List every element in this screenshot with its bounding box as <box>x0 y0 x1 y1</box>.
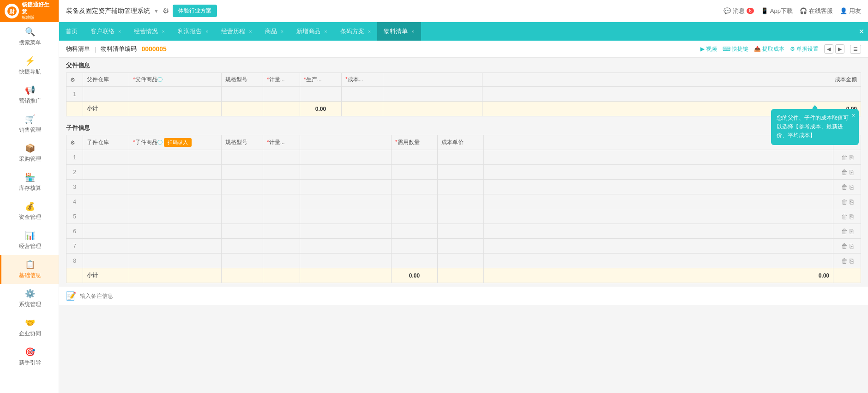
child-qty-cell-4[interactable] <box>391 194 437 209</box>
child-warehouse-cell-8[interactable] <box>83 254 129 268</box>
parent-amount-cell[interactable] <box>482 87 861 102</box>
delete-icon-1[interactable]: 🗑 <box>841 154 848 161</box>
prev-arrow[interactable]: ◀ <box>824 44 833 54</box>
copy-icon-1[interactable]: ⎘ <box>850 154 853 161</box>
child-warehouse-cell-1[interactable] <box>83 150 129 165</box>
message-item[interactable]: 💬 消息 6 <box>723 7 754 15</box>
child-spec-cell-3[interactable] <box>222 180 263 194</box>
copy-icon-2[interactable]: ⎘ <box>850 169 853 176</box>
child-spec-cell-7[interactable] <box>222 239 263 254</box>
scan-button[interactable]: 扫码录入 <box>164 138 192 147</box>
child-qty-cell-7[interactable] <box>391 239 437 254</box>
sidebar-item-finance[interactable]: 💰 资金管理 <box>0 197 59 226</box>
tab-new-products-close[interactable]: × <box>324 29 327 34</box>
child-unit-cell-1[interactable] <box>263 150 300 165</box>
child-extra-cell-5[interactable] <box>300 209 392 224</box>
tab-products[interactable]: 商品 × <box>259 22 290 41</box>
child-product-cell-5[interactable] <box>129 209 222 224</box>
parent-spec-cell[interactable] <box>222 87 263 102</box>
child-qty-cell-2[interactable] <box>391 165 437 180</box>
child-spec-cell-8[interactable] <box>222 254 263 268</box>
child-product-cell-8[interactable] <box>129 254 222 268</box>
child-extra-cell-4[interactable] <box>300 194 392 209</box>
tab-operations-history[interactable]: 经营历程 × <box>215 22 258 41</box>
tab-profit-report[interactable]: 利润报告 × <box>171 22 215 41</box>
child-warehouse-cell-4[interactable] <box>83 194 129 209</box>
sidebar-item-basic-info[interactable]: 📋 基础信息 <box>0 255 59 284</box>
child-unitcost-cell-6[interactable] <box>437 224 483 239</box>
copy-icon-3[interactable]: ⎘ <box>850 183 853 191</box>
note-input[interactable] <box>80 293 861 299</box>
child-unitcost-cell-4[interactable] <box>437 194 483 209</box>
child-qty-cell-3[interactable] <box>391 180 437 194</box>
child-warehouse-cell-3[interactable] <box>83 180 129 194</box>
tab-ops-close[interactable]: × <box>162 29 164 34</box>
child-unitcost-cell-8[interactable] <box>437 254 483 268</box>
sidebar-item-inventory[interactable]: 🏪 库存核算 <box>0 168 59 197</box>
delete-icon-7[interactable]: 🗑 <box>841 242 848 250</box>
sidebar-item-operations[interactable]: 📊 经营管理 <box>0 226 59 255</box>
child-unitcost-cell-1[interactable] <box>437 150 483 165</box>
parent-product-cell[interactable] <box>129 87 222 102</box>
delete-icon-5[interactable]: 🗑 <box>841 213 848 220</box>
child-extra-cell-6[interactable] <box>300 224 392 239</box>
child-amount-cell-8[interactable] <box>483 254 833 268</box>
child-unit-cell-8[interactable] <box>263 254 300 268</box>
list-view-btn[interactable]: ☰ <box>850 45 861 54</box>
tab-history-close[interactable]: × <box>249 29 252 34</box>
child-unit-cell-5[interactable] <box>263 209 300 224</box>
child-unit-cell-2[interactable] <box>263 165 300 180</box>
child-unit-cell-4[interactable] <box>263 194 300 209</box>
extract-cost-btn[interactable]: 📥 提取成本 <box>754 45 784 53</box>
tooltip-close-btn[interactable]: × <box>852 111 855 120</box>
tab-operations-status[interactable]: 经营情况 × <box>127 22 171 41</box>
parent-warehouse-cell[interactable] <box>83 87 129 102</box>
child-unitcost-cell-5[interactable] <box>437 209 483 224</box>
sidebar-item-quick-nav[interactable]: ⚡ 快捷导航 <box>0 51 59 80</box>
th-settings[interactable]: ⚙ <box>66 73 83 87</box>
sidebar-item-guide[interactable]: 🎯 新手引导 <box>0 342 59 371</box>
child-unitcost-cell-7[interactable] <box>437 239 483 254</box>
child-extra-cell-2[interactable] <box>300 165 392 180</box>
child-extra-cell-3[interactable] <box>300 180 392 194</box>
child-unitcost-cell-2[interactable] <box>437 165 483 180</box>
child-amount-cell-1[interactable] <box>483 150 833 165</box>
child-product-cell-1[interactable] <box>129 150 222 165</box>
child-unit-cell-6[interactable] <box>263 224 300 239</box>
copy-icon-6[interactable]: ⎘ <box>850 228 853 235</box>
sidebar-item-enterprise[interactable]: 🤝 企业协同 <box>0 313 59 342</box>
delete-icon-8[interactable]: 🗑 <box>841 257 848 265</box>
child-qty-cell-5[interactable] <box>391 209 437 224</box>
child-amount-cell-5[interactable] <box>483 209 833 224</box>
sidebar-item-purchase[interactable]: 📦 采购管理 <box>0 139 59 168</box>
child-warehouse-cell-5[interactable] <box>83 209 129 224</box>
child-spec-cell-1[interactable] <box>222 150 263 165</box>
copy-icon-5[interactable]: ⎘ <box>850 213 853 220</box>
child-amount-cell-6[interactable] <box>483 224 833 239</box>
parent-extra-cell[interactable] <box>383 87 482 102</box>
sidebar-item-sales[interactable]: 🛒 销售管理 <box>0 109 59 139</box>
copy-icon-8[interactable]: ⎘ <box>850 257 853 265</box>
child-extra-cell-8[interactable] <box>300 254 392 268</box>
child-extra-cell-7[interactable] <box>300 239 392 254</box>
tab-customer[interactable]: 客户联络 × <box>84 22 127 41</box>
app-download-item[interactable]: 📱 App下载 <box>761 7 793 15</box>
delete-icon-4[interactable]: 🗑 <box>841 198 848 206</box>
tab-profit-close[interactable]: × <box>205 29 208 34</box>
tab-barcode[interactable]: 条码方案 × <box>334 22 377 41</box>
close-all-tabs[interactable]: ✕ <box>855 28 868 35</box>
child-spec-cell-6[interactable] <box>222 224 263 239</box>
delete-icon-3[interactable]: 🗑 <box>841 183 848 191</box>
child-unit-cell-3[interactable] <box>263 180 300 194</box>
online-service-item[interactable]: 🎧 在线客服 <box>800 7 833 15</box>
child-spec-cell-4[interactable] <box>222 194 263 209</box>
child-qty-cell-1[interactable] <box>391 150 437 165</box>
child-warehouse-cell-2[interactable] <box>83 165 129 180</box>
tab-home[interactable]: 首页 <box>59 22 84 41</box>
view-video-btn[interactable]: ▶ 视频 <box>700 45 717 53</box>
tab-new-products[interactable]: 新增商品 × <box>290 22 333 41</box>
tab-customer-close[interactable]: × <box>118 29 121 34</box>
child-amount-cell-7[interactable] <box>483 239 833 254</box>
child-warehouse-cell-7[interactable] <box>83 239 129 254</box>
child-th-settings[interactable]: ⚙ <box>66 135 83 150</box>
